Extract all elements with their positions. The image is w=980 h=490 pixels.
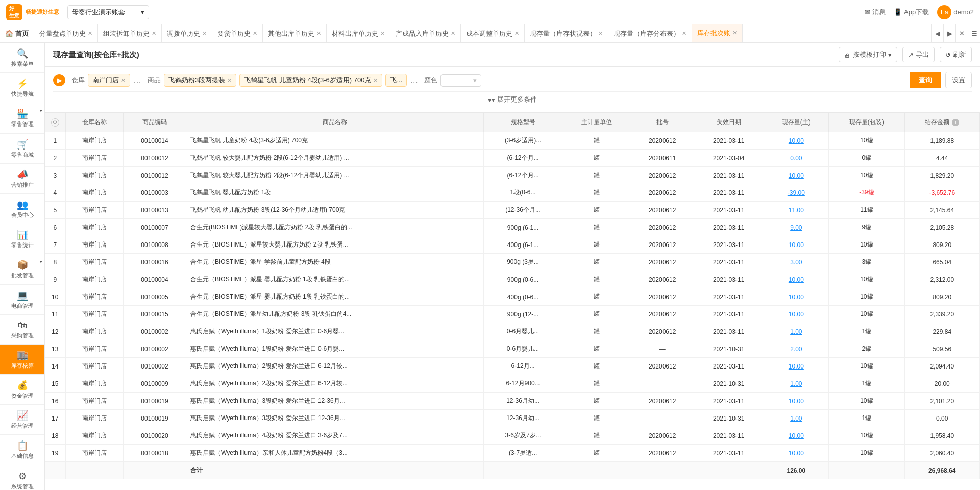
tab-zu-chai-close[interactable]: ✕ [152,30,156,37]
cell-stock-pack: 10罐 [829,445,904,462]
cell-warehouse: 南岸门店 [65,358,124,375]
cell-code: 00100004 [124,271,186,288]
table-row: 2 南岸门店 00100012 飞鹤星飞帆 较大婴儿配方奶粉 2段(6-12个月… [45,150,980,167]
tab-xianzai-ku[interactable]: 现存量（库存状况表） ✕ [525,24,608,43]
cell-stock-main[interactable]: 10.00 [764,393,829,410]
sidebar-item-stat[interactable]: 📊 零售统计 [0,224,44,254]
expand-more-button[interactable]: ▾▾ 展开更多条件 [53,91,972,107]
sidebar-item-finance[interactable]: 💰 资金管理 [0,375,44,405]
query-button[interactable]: 查询 [910,72,941,88]
cell-stock-main[interactable]: 3.00 [764,254,829,271]
sidebar-item-marketing[interactable]: 📣 营销推广 [0,164,44,194]
app-download-button[interactable]: 📱 App下载 [894,8,929,17]
filter-expand-button[interactable]: ▶ [53,74,65,86]
refresh-button[interactable]: ↺ 刷新 [940,47,972,62]
tab-chengpin[interactable]: 产成品入库单历史 ✕ [390,24,461,43]
cell-stock-main[interactable]: 10.00 [764,306,829,323]
sidebar-item-wholesale[interactable]: 📦 批发管理 [0,254,44,284]
cell-stock-main[interactable]: 1.00 [764,375,829,393]
cell-batch: 20200612 [631,219,694,236]
cell-stock-main[interactable]: -39.00 [764,184,829,202]
color-select[interactable]: ▾ [440,74,481,87]
cell-stock-main[interactable]: 1.00 [764,323,829,340]
tab-tiao-bo[interactable]: 调拨单历史 ✕ [162,24,212,43]
sidebar-item-system[interactable]: ⚙ 系统管理 [0,465,44,490]
filter-actions: 查询 设置 [910,72,972,88]
cell-stock-main[interactable]: 10.00 [764,358,829,375]
tab-cailiao-close[interactable]: ✕ [380,30,385,37]
cell-stock-main[interactable]: 2.00 [764,340,829,358]
product-tag-2-close[interactable]: ✕ [373,77,378,84]
product-more-icon[interactable]: … [410,76,418,85]
chevron-down-icon: ▾ [141,8,144,16]
sidebar-item-member[interactable]: 👥 会员中心 [0,194,44,224]
sidebar-item-shop[interactable]: 🛒 零售商城 [0,134,44,164]
avatar: Ea [937,5,951,19]
sidebar-item-ecom[interactable]: 💻 电商管理 [0,285,44,315]
tab-chengben[interactable]: 成本调整单历史 ✕ [461,24,525,43]
sidebar-item-retail[interactable]: 🏪 零售管理 [0,103,44,133]
cell-stock-main[interactable]: 10.00 [764,288,829,306]
tab-pici-close[interactable]: ✕ [732,30,737,36]
export-button[interactable]: ↗ 导出 [902,47,935,62]
tab-cailiao[interactable]: 材料出库单历史 ✕ [327,24,390,43]
sidebar-item-inventory[interactable]: 🏬 库存核算 [0,345,44,375]
sidebar-item-search[interactable]: 🔍 搜索菜单 [0,43,44,73]
nav-more-button[interactable]: ☰ [968,24,980,43]
balance-info-icon[interactable]: i [952,119,959,126]
tab-xianzai-ku-close[interactable]: ✕ [598,30,603,37]
tab-zu-chai[interactable]: 组装拆卸单历史 ✕ [98,24,162,43]
nav-close-button[interactable]: ✕ [955,24,968,43]
warehouse-more-icon[interactable]: … [133,76,141,85]
tab-yao-huo-close[interactable]: ✕ [253,30,257,37]
cell-unit: 罐 [562,132,631,150]
tab-tiao-bo-close[interactable]: ✕ [202,30,207,37]
sidebar-item-basic[interactable]: 📋 基础信息 [0,435,44,465]
cell-stock-main[interactable]: 10.00 [764,167,829,184]
tab-fen-pan[interactable]: 分量盘点单历史 ✕ [34,24,98,43]
print-button[interactable]: 🖨 按模板打印 ▾ [839,47,897,62]
cell-stock-main[interactable]: 1.00 [764,410,829,427]
tab-xianzai-fen-close[interactable]: ✕ [682,30,687,37]
sidebar-item-purchase[interactable]: 🛍 采购管理 [0,315,44,345]
col-settings-icon[interactable]: ⚙ [51,118,59,127]
cell-stock-main[interactable]: 11.00 [764,202,829,219]
cell-stock-main[interactable]: 10.00 [764,132,829,150]
cell-unit: 罐 [562,410,631,427]
cell-stock-main[interactable]: 0.00 [764,150,829,167]
tab-fen-pan-close[interactable]: ✕ [88,30,92,37]
tab-chengben-close[interactable]: ✕ [514,30,519,37]
table-row: 9 南岸门店 00100004 合生元（BIOSTIME）派星 婴儿配方奶粉 1… [45,271,980,288]
tab-xianzai-fen[interactable]: 现存量（库存分布表） ✕ [608,24,692,43]
message-button[interactable]: ✉ 消息 [865,8,886,17]
nav-prev-button[interactable]: ◀ [931,24,943,43]
tab-yao-huo[interactable]: 要货单历史 ✕ [212,24,263,43]
nav-next-button[interactable]: ▶ [943,24,955,43]
sidebar-item-operation[interactable]: 📈 经营管理 [0,405,44,435]
industry-select[interactable]: 母婴行业演示账套 ▾ [67,5,149,19]
wholesale-icon: 📦 [17,259,28,271]
product-tag-1-close[interactable]: ✕ [227,77,232,84]
tab-chengpin-close[interactable]: ✕ [451,30,455,37]
cell-balance: 809.20 [904,236,979,254]
cell-stock-main[interactable]: 9.00 [764,219,829,236]
sidebar-item-shortcut[interactable]: ⚡ 快捷导航 [0,73,44,103]
tab-qita-chu-close[interactable]: ✕ [316,30,321,37]
cell-batch: 20200612 [631,202,694,219]
cell-stock-main[interactable]: 10.00 [764,236,829,254]
cell-balance: 2,339.20 [904,306,979,323]
warehouse-tag-close[interactable]: ✕ [121,77,126,84]
tab-pici[interactable]: 库存批次账 ✕ [692,24,743,43]
cell-stock-main[interactable]: 10.00 [764,271,829,288]
table-container: ⚙ 仓库名称 商品编码 商品名称 规格型号 主计量单位 批号 失效日期 现存量(… [45,113,980,490]
cell-stock-main[interactable]: 10.00 [764,445,829,462]
th-spec: 规格型号 [483,113,562,132]
user-avatar[interactable]: Ea demo2 [937,5,974,19]
table-row: 19 南岸门店 00100018 惠氏启赋（Wyeth illuma）亲和人体儿… [45,445,980,462]
tab-cailiao-label: 材料出库单历史 [332,29,378,38]
table-row: 15 南岸门店 00100009 惠氏启赋（Wyeth illuma）2段奶粉 … [45,375,980,393]
tab-qita-chu[interactable]: 其他出库单历史 ✕ [263,24,327,43]
settings-button[interactable]: 设置 [945,72,972,88]
tab-home[interactable]: 🏠 首页 [0,24,34,43]
cell-stock-main[interactable]: 10.00 [764,427,829,445]
